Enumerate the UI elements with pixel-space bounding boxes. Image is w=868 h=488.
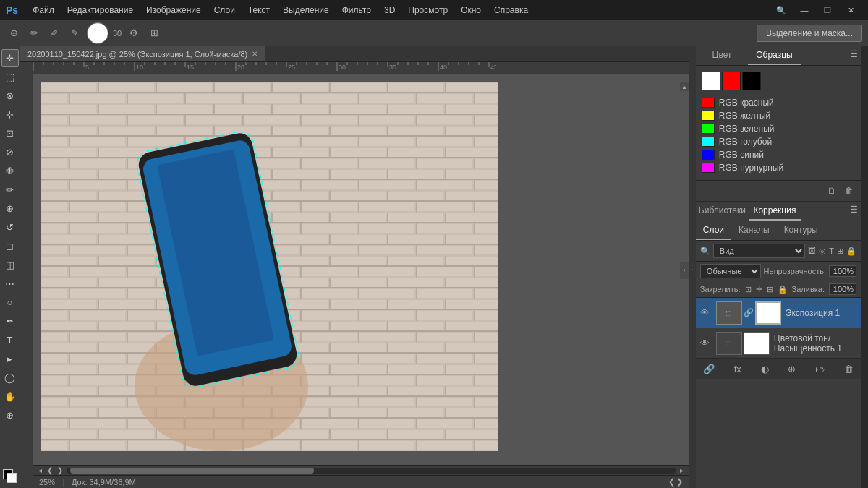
panel-collapse-handle[interactable]: ⋮	[689, 46, 696, 488]
tool-eraser[interactable]: ◻	[1, 237, 19, 254]
tab-channels[interactable]: Каналы	[731, 221, 777, 240]
swatch-black[interactable]	[742, 72, 761, 90]
lock-pixels-icon[interactable]: ⊡	[745, 285, 752, 294]
layers-fx-icon[interactable]: fx	[731, 362, 744, 376]
swatch-rgb-magenta[interactable]: RGB пурпурный	[702, 161, 855, 174]
tool-brush-2[interactable]: ✐	[46, 25, 62, 41]
blend-mode-select[interactable]: Обычные	[700, 264, 761, 278]
swatch-rgb-cyan[interactable]: RGB голубой	[702, 135, 855, 148]
h-scrollbar[interactable]: ◂ ❮ ❯ ▸	[33, 465, 689, 475]
swatch-rgb-blue[interactable]: RGB синий	[702, 148, 855, 161]
layers-delete-icon[interactable]: 🗑	[841, 362, 856, 376]
tool-settings-1[interactable]: ⚙	[126, 25, 142, 41]
canvas-tab-active[interactable]: 20200110_150422.jpg @ 25% (Экспозиция 1,…	[20, 46, 265, 61]
tool-move[interactable]: ✛	[1, 49, 19, 67]
menu-3d[interactable]: 3D	[378, 4, 401, 17]
selection-mask-button[interactable]: Выделение и маска...	[757, 25, 862, 42]
menu-edit[interactable]: Редактирование	[61, 4, 139, 17]
layer-filter-icon-1[interactable]: 🖼	[808, 247, 816, 255]
layer-item-exposure[interactable]: 👁 ⬚ 🔗 Экспозиция 1	[696, 298, 861, 328]
tool-lasso[interactable]: ⊗	[1, 87, 19, 104]
tab-layers[interactable]: Слои	[696, 221, 731, 240]
panel-menu-icon[interactable]: ☰	[847, 46, 861, 65]
scroll-next-arrow[interactable]: ❯	[55, 466, 65, 476]
swatch-rgb-green[interactable]: RGB зеленый	[702, 122, 855, 135]
tool-marquee[interactable]: ⬚	[1, 68, 19, 85]
scroll-right-arrow[interactable]: ▸	[677, 466, 687, 476]
menu-layers[interactable]: Слои	[208, 4, 241, 17]
tool-path-select[interactable]: ▸	[1, 350, 19, 367]
tool-clone[interactable]: ⊕	[1, 200, 19, 217]
layer-filter-icon-2[interactable]: ◎	[819, 247, 826, 256]
tab-libraries[interactable]: Библиотеки	[696, 202, 749, 221]
layer-filter-icon-3[interactable]: T	[829, 247, 834, 255]
tool-move-icon[interactable]: ⊕	[6, 25, 22, 41]
layer-filter-icon-5[interactable]: 🔒	[846, 247, 856, 256]
opacity-input[interactable]	[829, 265, 856, 277]
nav-next[interactable]: ❯	[676, 477, 683, 487]
tool-healing[interactable]: ✙	[1, 162, 19, 179]
menu-image[interactable]: Изображение	[140, 4, 207, 17]
menu-file[interactable]: Файл	[27, 4, 60, 17]
canvas-scroll-right[interactable]: ›	[680, 262, 689, 279]
swatch-red[interactable]	[722, 72, 741, 90]
layers-mask-icon[interactable]: ◐	[758, 362, 772, 376]
correction-menu-icon[interactable]: ☰	[847, 202, 861, 221]
menu-filter[interactable]: Фильтр	[336, 4, 377, 17]
minimize-button[interactable]: —	[793, 0, 816, 20]
layers-link-icon[interactable]: 🔗	[700, 362, 718, 376]
tab-color[interactable]: Цвет	[696, 46, 748, 65]
menu-view[interactable]: Просмотр	[402, 4, 454, 17]
menu-window[interactable]: Окно	[455, 4, 487, 17]
layer-visibility-hue[interactable]: 👁	[700, 338, 712, 348]
scroll-left-arrow[interactable]: ◂	[35, 466, 45, 476]
fill-input[interactable]	[829, 283, 856, 295]
tab-contours[interactable]: Контуры	[777, 221, 825, 240]
swatch-rgb-red[interactable]: RGB красный	[702, 96, 855, 109]
tool-pen[interactable]: ✒	[1, 312, 19, 330]
menu-text[interactable]: Текст	[242, 4, 276, 17]
layers-adjustment-icon[interactable]: ⊕	[785, 362, 799, 376]
tool-settings-2[interactable]: ⊞	[146, 25, 162, 41]
restore-button[interactable]: ❐	[816, 0, 839, 20]
menu-selection[interactable]: Выделение	[277, 4, 335, 17]
tool-crop[interactable]: ⊡	[1, 124, 19, 142]
swatches-create-icon[interactable]: 🗋	[825, 184, 839, 198]
swatches-delete-icon[interactable]: 🗑	[842, 184, 856, 198]
swatch-rgb-yellow[interactable]: RGB желтый	[702, 109, 855, 122]
lock-position-icon[interactable]: ✛	[756, 285, 762, 294]
tool-gradient[interactable]: ◫	[1, 256, 19, 273]
tool-brush-3[interactable]: ✎	[67, 25, 82, 41]
lock-all-icon[interactable]: 🔒	[778, 285, 788, 294]
tool-shape[interactable]: ◯	[1, 369, 19, 386]
nav-prev[interactable]: ❮	[668, 477, 675, 487]
layer-item-huesaturation[interactable]: 👁 ⬚ Цветовой тон/Насыщенность 1	[696, 328, 861, 359]
menu-help[interactable]: Справка	[488, 4, 534, 17]
scroll-track[interactable]	[67, 468, 676, 474]
tool-type[interactable]: T	[1, 331, 19, 348]
scroll-prev-arrow[interactable]: ❮	[45, 466, 55, 476]
right-panel-scrollbar[interactable]	[861, 46, 868, 488]
scroll-thumb[interactable]	[70, 468, 314, 474]
tool-eyedropper[interactable]: ⊘	[1, 143, 19, 160]
tool-brush[interactable]: ✏	[1, 181, 19, 198]
lock-artboard-icon[interactable]: ⊞	[767, 285, 773, 294]
close-button[interactable]: ✕	[839, 0, 862, 20]
tool-history-brush[interactable]: ↺	[1, 218, 19, 236]
tool-fg-bg-colors[interactable]	[1, 468, 19, 485]
swatch-white[interactable]	[702, 72, 720, 90]
tool-magic-wand[interactable]: ⊹	[1, 106, 19, 123]
layer-filter-icon-4[interactable]: ⊞	[837, 247, 843, 256]
layer-link-icon[interactable]: 🔗	[744, 308, 754, 317]
tool-zoom[interactable]: ⊕	[1, 406, 19, 424]
layers-group-icon[interactable]: 🗁	[812, 362, 827, 376]
tool-dodge[interactable]: ○	[1, 294, 19, 311]
tab-close-icon[interactable]: ✕	[252, 50, 258, 58]
tool-blur[interactable]: ⋯	[1, 275, 19, 292]
layers-kind-filter[interactable]: Вид	[713, 244, 805, 258]
layer-visibility-exposure[interactable]: 👁	[700, 307, 712, 318]
search-button[interactable]: 🔍	[770, 0, 793, 20]
tab-correction[interactable]: Коррекция	[749, 202, 801, 221]
tab-swatches[interactable]: Образцы	[748, 46, 800, 65]
tool-brush-1[interactable]: ✏	[26, 25, 42, 41]
